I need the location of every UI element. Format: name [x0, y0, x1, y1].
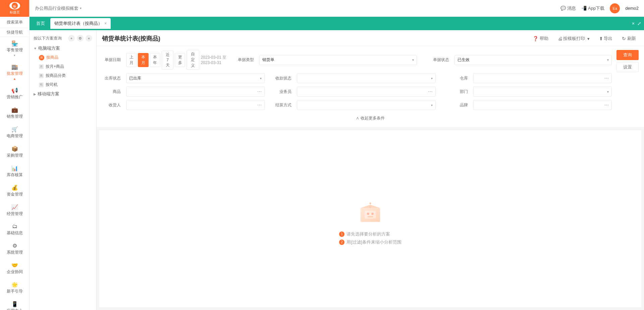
salesperson-input[interactable]: ··· — [297, 87, 435, 97]
print-button[interactable]: 🖨 按模板打印 ▾ — [555, 34, 592, 43]
print-icon: 🖨 — [558, 36, 562, 41]
sidebar-item-operations[interactable]: 📈 经营管理 — [0, 201, 29, 220]
title-dropdown-arrow[interactable]: ▾ — [80, 6, 82, 10]
sales-icon: 💼 — [11, 107, 18, 113]
goods-input[interactable]: ··· — [126, 87, 265, 97]
tab-active[interactable]: 销货单统计表（按商品） × — [50, 18, 111, 29]
doc-type-label: 单据类型 — [235, 57, 254, 63]
doc-status-select[interactable]: 已生效 ▾ — [454, 55, 612, 65]
brand-dots: ··· — [604, 102, 609, 108]
window-close-button[interactable]: × — [632, 21, 635, 26]
tab-close-button[interactable]: × — [104, 21, 107, 26]
date-range-display: 2023-03-01 至 2023-03-31 — [201, 55, 227, 65]
main-area: 办公用品行业模拟账套 ▾ 💬 消息 📲 App下载 Ea demo2 首页 销货… — [30, 0, 644, 310]
quick-nav[interactable]: 快捷导航 — [0, 28, 29, 37]
doc-status-label: 单据状态 — [430, 57, 449, 63]
receipt-status-select[interactable]: ▾ — [297, 73, 435, 83]
svg-point-11 — [370, 202, 371, 204]
message-button[interactable]: 💬 消息 — [560, 5, 576, 11]
department-select[interactable]: ▾ — [473, 87, 612, 97]
svg-point-7 — [367, 213, 369, 215]
svg-point-8 — [371, 213, 374, 215]
finance-icon: 💰 — [11, 185, 18, 191]
basic-icon: 🗂 — [12, 223, 17, 229]
username-label: demo2 — [625, 6, 639, 11]
sidebar-item-retail[interactable]: 🏪 零售管理 ▾ — [0, 37, 29, 60]
empty-illustration — [354, 193, 387, 227]
refresh-icon: ↻ — [622, 36, 626, 41]
date-btn-this-year[interactable]: 本年 — [150, 53, 160, 67]
user-avatar[interactable]: Ea — [610, 3, 620, 13]
tree-parent-pc[interactable]: ▼ 电脑端方案 — [30, 44, 96, 53]
settlement-select[interactable]: ▾ — [297, 100, 435, 110]
sidebar-item-newbie[interactable]: 🌟 新手引导 — [0, 278, 29, 298]
tab-home[interactable]: 首页 — [32, 18, 49, 29]
content-area: 按以下方案查询 + ⚙ « ▼ 电脑端方案 按 按商品 月 按月+商品 — [30, 30, 644, 310]
wholesale-icon: 🏬 — [11, 64, 18, 70]
sidebar-item-system[interactable]: ⚙ 系统管理 — [0, 239, 29, 259]
add-scheme-button[interactable]: + — [68, 35, 75, 42]
sidebar-item-apps[interactable]: 📱 应用中心 — [0, 298, 29, 310]
query-buttons: 查询 设置 — [616, 50, 639, 72]
search-menu[interactable]: 搜索菜单 — [0, 17, 29, 28]
print-dropdown-arrow[interactable]: ▾ — [586, 36, 590, 41]
query-button[interactable]: 查询 — [616, 50, 639, 60]
date-btn-custom[interactable]: 自定义 — [186, 50, 199, 70]
date-btn-7days[interactable]: 近7天 — [162, 51, 173, 69]
tree-item-by-driver[interactable]: 司 按司机 — [30, 80, 96, 89]
sidebar-item-purchase[interactable]: 📦 采购管理 — [0, 142, 29, 162]
out-status-select[interactable]: 已出库 ▾ — [126, 73, 265, 83]
download-icon: 📲 — [581, 6, 587, 11]
ecommerce-icon: 🛒 — [11, 126, 18, 133]
svg-marker-4 — [372, 205, 380, 208]
retail-icon: 🏪 — [11, 40, 18, 47]
receipt-status-arrow: ▾ — [431, 76, 433, 80]
sidebar-item-finance[interactable]: 💰 资金管理 — [0, 181, 29, 201]
system-icon: ⚙ — [12, 243, 17, 249]
apps-icon: 📱 — [11, 301, 18, 307]
tree-item-by-month-goods[interactable]: 月 按月+商品 — [30, 62, 96, 71]
receiver-input[interactable]: ··· — [126, 100, 265, 110]
sidebar-item-enterprise[interactable]: 🤝 企业协同 — [0, 259, 29, 278]
filter-row-2: 出库状态 已出库 ▾ 收款状态 ▾ 仓库 ·· — [102, 73, 639, 83]
collapse-panel-button[interactable]: « — [86, 35, 92, 42]
sidebar-item-wholesale[interactable]: 🏬 批发管理 ▲ — [0, 60, 29, 84]
sidebar-item-ecommerce[interactable]: 🛒 电商管理 — [0, 123, 29, 142]
export-button[interactable]: ⬆ 导出 — [596, 34, 615, 43]
left-panel: 按以下方案查询 + ⚙ « ▼ 电脑端方案 按 按商品 月 按月+商品 — [30, 30, 97, 310]
warehouse-input[interactable]: ··· — [473, 73, 612, 83]
tree-item-by-goods[interactable]: 按 按商品 — [30, 53, 96, 62]
sidebar-item-inventory[interactable]: 📊 库存核算 — [0, 162, 29, 181]
svg-rect-6 — [365, 211, 376, 218]
sidebar-item-marketing[interactable]: 📢 营销推广 — [0, 84, 29, 103]
inventory-icon: 📊 — [11, 165, 18, 171]
sub-icon-2: 类 — [39, 73, 44, 78]
date-btn-more[interactable]: 更多 — [175, 53, 185, 67]
help-button[interactable]: ❓ 帮助 — [530, 34, 551, 43]
window-maximize-button[interactable]: ⤢ — [637, 21, 641, 26]
doc-type-select[interactable]: 销货单 ▾ — [259, 55, 417, 65]
app-title: 办公用品行业模拟账套 ▾ — [35, 5, 556, 11]
purchase-icon: 📦 — [11, 146, 18, 152]
empty-tip-2: 2 用[过滤]条件来缩小分析范围 — [339, 239, 401, 245]
svg-rect-9 — [368, 216, 373, 217]
scheme-icon: 按 — [39, 55, 44, 60]
sidebar-item-sales[interactable]: 💼 销售管理 — [0, 103, 29, 123]
receipt-status-label: 收款状态 — [273, 75, 291, 81]
refresh-button[interactable]: ↻ 刷新 — [619, 34, 639, 43]
tree-parent-mobile[interactable]: ▶ 移动端方案 — [30, 89, 96, 99]
brand-input[interactable]: ··· — [473, 100, 612, 110]
collapse-filters-button[interactable]: ∧ 收起更多条件 — [102, 113, 639, 123]
sidebar-item-basic[interactable]: 🗂 基础信息 — [0, 220, 29, 239]
department-label: 部门 — [449, 89, 468, 95]
tree-item-by-category[interactable]: 类 按商品分类 — [30, 71, 96, 80]
app-download-button[interactable]: 📲 App下载 — [581, 5, 604, 11]
tabs-window-controls: × ⤢ — [632, 21, 641, 26]
date-btn-last-month[interactable]: 上月 — [126, 53, 137, 67]
date-btn-this-month[interactable]: 本月 — [138, 53, 148, 67]
page-title: 销货单统计表(按商品) — [102, 35, 160, 43]
settlement-label: 结算方式 — [273, 102, 291, 108]
doc-status-arrow: ▾ — [607, 58, 609, 62]
settings-scheme-button[interactable]: ⚙ — [77, 35, 84, 42]
setting-button[interactable]: 设置 — [616, 62, 639, 72]
